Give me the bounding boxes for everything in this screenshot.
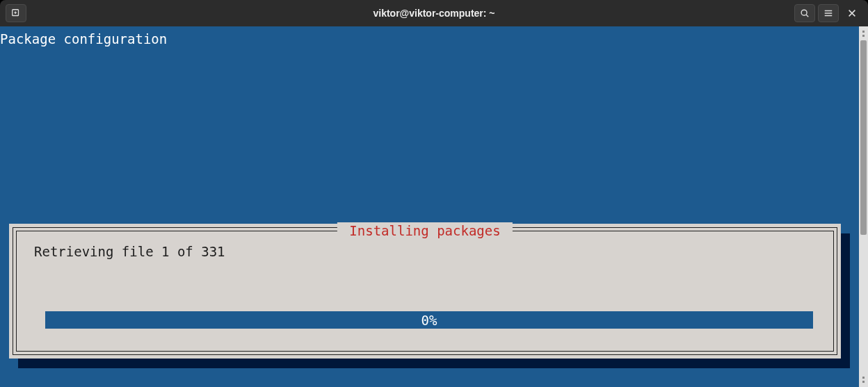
svg-point-1 bbox=[801, 10, 807, 15]
titlebar-left-group bbox=[6, 4, 29, 22]
package-config-header: Package configuration bbox=[0, 26, 868, 47]
window-title: viktor@viktor-computer: ~ bbox=[373, 8, 495, 19]
search-button[interactable] bbox=[794, 4, 815, 22]
dialog-status-text: Retrieving file 1 of 331 bbox=[34, 243, 225, 260]
titlebar-right-group bbox=[794, 4, 862, 22]
new-tab-button[interactable] bbox=[6, 4, 26, 22]
progress-percent: 0% bbox=[421, 312, 437, 329]
hamburger-icon bbox=[823, 8, 833, 18]
terminal-area[interactable]: Package configuration Installing package… bbox=[0, 26, 868, 387]
scrollbar-thumb[interactable] bbox=[860, 40, 867, 235]
close-icon bbox=[847, 8, 857, 18]
progress-bar: 0% bbox=[45, 311, 813, 329]
close-button[interactable] bbox=[842, 4, 862, 22]
new-tab-icon bbox=[11, 8, 21, 18]
menu-button[interactable] bbox=[818, 4, 839, 22]
install-dialog: Installing packages Retrieving file 1 of… bbox=[9, 224, 841, 359]
search-icon bbox=[800, 8, 810, 18]
scrollbar[interactable] bbox=[859, 26, 868, 387]
window-titlebar: viktor@viktor-computer: ~ bbox=[0, 0, 868, 26]
dialog-title: Installing packages bbox=[337, 222, 513, 239]
